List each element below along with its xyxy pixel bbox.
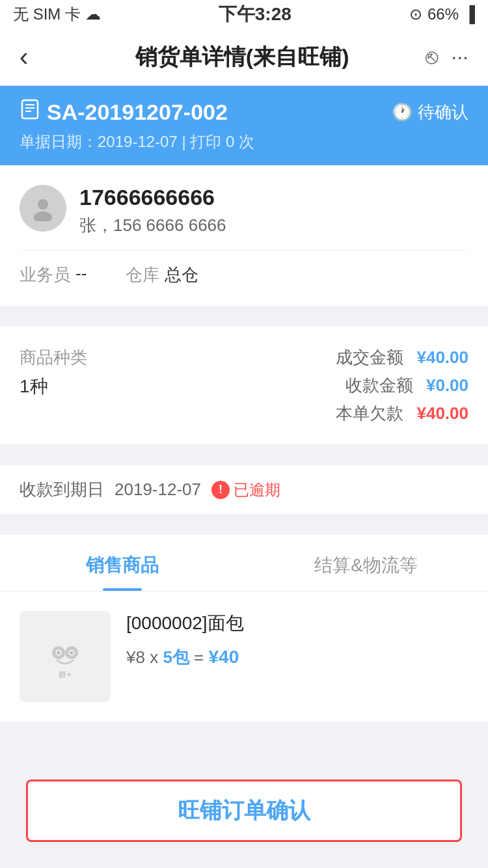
order-date: 单据日期：2019-12-07 | 打印 0 次 — [20, 131, 468, 152]
warehouse-value: 总仓 — [165, 264, 198, 286]
overdue-icon: ! — [211, 481, 230, 499]
customer-section: 17666666666 张，156 6666 6666 — [20, 185, 468, 251]
overdue-badge: ! 已逾期 — [211, 480, 280, 500]
goods-type-label: 商品种类 — [20, 346, 87, 369]
battery-level: 66% — [427, 5, 459, 23]
transaction-amount-label: 成交金额 — [336, 346, 403, 369]
order-banner: SA-20191207-002 🕐 待确认 单据日期：2019-12-07 | … — [0, 86, 488, 165]
product-section: 群+ [0000002]面包 ¥8 x 5包 = ¥40 — [0, 591, 488, 722]
product-name: [0000002]面包 — [126, 611, 468, 636]
product-info: [0000002]面包 ¥8 x 5包 = ¥40 — [126, 611, 468, 669]
clock-icon: 🕐 — [392, 102, 413, 122]
product-thumbnail: 群+ — [20, 611, 111, 702]
order-banner-top: SA-20191207-002 🕐 待确认 — [20, 99, 468, 125]
amount-section: 商品种类 1种 成交金额 ¥40.00 收款金额 ¥0.00 本单欠款 ¥40.… — [20, 346, 468, 425]
page-title: 销货单详情(来自旺铺) — [59, 42, 426, 72]
more-icon[interactable]: ··· — [451, 45, 468, 69]
due-date-section: 收款到期日 2019-12-07 ! 已逾期 — [0, 465, 488, 514]
divider-2 — [0, 455, 488, 465]
received-amount-row: 收款金额 ¥0.00 — [346, 374, 468, 397]
status-time: 下午3:28 — [219, 2, 291, 27]
battery-bar: ▐ — [464, 5, 475, 23]
product-total: ¥40 — [209, 647, 239, 667]
svg-point-4 — [38, 199, 48, 210]
received-amount-value: ¥0.00 — [426, 375, 468, 396]
status-bar: 无 SIM 卡 ☁ 下午3:28 ⊙ 66% ▐ — [0, 0, 488, 29]
product-unit-price: ¥8 x — [126, 647, 158, 667]
customer-info: 17666666666 张，156 6666 6666 — [79, 185, 468, 237]
order-icon — [20, 99, 40, 125]
svg-text:群+: 群+ — [59, 670, 71, 679]
back-button[interactable]: ‹ — [20, 42, 59, 72]
order-id-text: SA-20191207-002 — [47, 100, 228, 125]
bottom-action: 旺铺订单确认 — [0, 766, 488, 868]
svg-point-10 — [57, 651, 60, 654]
warehouse-label: 仓库 — [126, 264, 159, 286]
goods-type: 商品种类 1种 — [20, 346, 87, 399]
tab-sales-goods-label: 销售商品 — [86, 555, 159, 575]
owed-amount-label: 本单欠款 — [336, 402, 403, 425]
share-icon[interactable]: ⎋ — [426, 45, 438, 69]
tabs-section: 销售商品 结算&物流等 — [0, 535, 488, 591]
order-id: SA-20191207-002 — [20, 99, 228, 125]
tab-settlement-label: 结算&物流等 — [314, 555, 418, 575]
salesperson-item: 业务员 -- — [20, 264, 87, 286]
summary-card: 商品种类 1种 成交金额 ¥40.00 收款金额 ¥0.00 本单欠款 ¥40.… — [0, 327, 488, 444]
customer-card: 17666666666 张，156 6666 6666 业务员 -- 仓库 总仓 — [0, 165, 488, 306]
tab-settlement[interactable]: 结算&物流等 — [244, 535, 488, 591]
nav-actions: ⎋ ··· — [426, 45, 468, 69]
svg-point-11 — [70, 651, 73, 654]
status-left: 无 SIM 卡 ☁ — [13, 4, 101, 25]
order-status: 🕐 待确认 — [392, 101, 468, 124]
product-price: ¥8 x 5包 = ¥40 — [126, 646, 468, 669]
transaction-amount-row: 成交金额 ¥40.00 — [336, 346, 468, 369]
avatar — [20, 185, 66, 232]
customer-phone: 17666666666 — [79, 185, 468, 210]
owed-amount-row: 本单欠款 ¥40.00 — [336, 402, 468, 425]
transaction-amount-value: ¥40.00 — [416, 347, 468, 368]
salesperson-label: 业务员 — [20, 264, 70, 286]
svg-point-5 — [34, 211, 52, 221]
divider-3 — [0, 524, 488, 535]
battery-icon: ⊙ — [409, 5, 422, 23]
owed-amount-value: ¥40.00 — [416, 403, 468, 424]
due-date-label: 收款到期日 — [20, 478, 104, 501]
nav-bar: ‹ 销货单详情(来自旺铺) ⎋ ··· — [0, 29, 488, 86]
status-right: ⊙ 66% ▐ — [409, 5, 475, 23]
svg-rect-0 — [22, 100, 38, 118]
tab-sales-goods[interactable]: 销售商品 — [0, 535, 244, 591]
overdue-text: 已逾期 — [234, 480, 280, 500]
customer-name: 张，156 6666 6666 — [79, 214, 468, 237]
goods-type-value: 1种 — [20, 374, 87, 399]
product-equals: = — [194, 647, 204, 667]
amount-details: 成交金额 ¥40.00 收款金额 ¥0.00 本单欠款 ¥40.00 — [336, 346, 468, 425]
product-qty: 5包 — [163, 647, 189, 667]
confirm-order-button[interactable]: 旺铺订单确认 — [26, 780, 462, 842]
received-amount-label: 收款金额 — [346, 374, 413, 397]
order-status-text: 待确认 — [418, 101, 468, 124]
customer-meta: 业务员 -- 仓库 总仓 — [20, 264, 468, 286]
salesperson-value: -- — [75, 264, 87, 286]
due-date-value: 2019-12-07 — [115, 480, 201, 500]
sim-status: 无 SIM 卡 ☁ — [13, 4, 101, 25]
divider-1 — [0, 316, 488, 327]
warehouse-item: 仓库 总仓 — [126, 264, 198, 286]
